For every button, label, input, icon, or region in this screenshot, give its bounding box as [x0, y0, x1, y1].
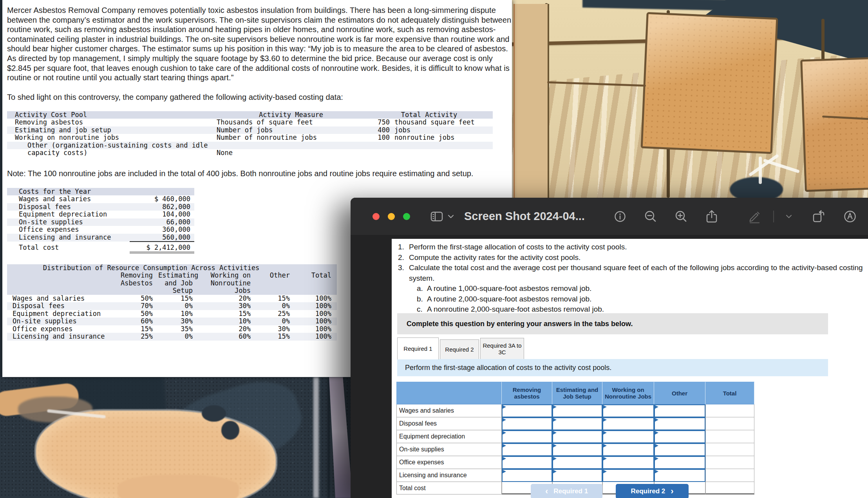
answer-row: On-site supplies [396, 443, 754, 456]
desktop: Mercer Asbestos Removal Company removes … [0, 0, 868, 498]
rotate-icon[interactable] [812, 209, 826, 224]
markup-pencil-icon[interactable] [747, 209, 761, 224]
activity-unit-cell: jobs [390, 126, 493, 134]
answer-input-cell[interactable] [502, 469, 552, 482]
wallpaper-dark-line [327, 377, 330, 498]
distribution-label-cell: Office expenses [7, 325, 108, 333]
chevron-down-icon[interactable] [448, 214, 454, 219]
note-text: Note: The 100 nonroutine jobs are includ… [7, 169, 497, 179]
cell-marker-icon [603, 470, 607, 475]
required-1-prev-button[interactable]: ‹ Required 1 [531, 484, 602, 498]
costs-table-row: Licensing and insurance560,000 [7, 234, 194, 242]
answer-input-cell[interactable] [552, 456, 602, 469]
activity-measure-cell: Thousands of square feet [217, 119, 365, 126]
distribution-value-cell: 0% [256, 318, 295, 325]
answer-input-cell[interactable] [552, 404, 602, 417]
distribution-label-cell: Wages and salaries [7, 295, 108, 303]
sidebar-toggle[interactable] [430, 210, 454, 223]
cell-marker-icon [553, 418, 557, 424]
sub-item: b. A routine 2,000-square-foot asbestos … [398, 294, 864, 305]
activity-qty-cell [365, 149, 390, 157]
answer-input-cell[interactable] [502, 417, 552, 430]
activity-pool-cell: capacity costs) [7, 149, 217, 157]
activity-unit-cell: nonroutine jobs [390, 134, 493, 142]
info-icon[interactable] [613, 210, 627, 223]
answer-input-cell[interactable] [552, 430, 602, 443]
answer-input-cell[interactable] [552, 443, 602, 456]
tab-bar: Required 1Required 2Required 3A to 3C [397, 337, 525, 359]
cost-label-cell: Licensing and insurance [7, 234, 130, 242]
distribution-value-cell: 30% [158, 318, 198, 325]
answer-input-cell[interactable] [502, 456, 552, 469]
sub-item-text: A routine 1,000-square-foot asbestos rem… [427, 283, 591, 294]
titlebar[interactable]: Screen Shot 2024-04... [351, 198, 868, 235]
minimize-button[interactable] [388, 213, 395, 220]
answer-input-cell[interactable] [654, 443, 705, 456]
wallpaper-navy-blob [730, 177, 783, 200]
activity-unit-cell [390, 142, 493, 150]
wallpaper-spray [759, 157, 762, 184]
chevron-right-icon: › [671, 487, 673, 496]
answer-input-cell[interactable] [502, 443, 552, 456]
fullscreen-button[interactable] [403, 213, 410, 220]
tab-nav-buttons: ‹ Required 1 Required 2 › [392, 484, 868, 498]
tab-required-1[interactable]: Required 1 [397, 337, 439, 359]
answer-input-cell[interactable] [502, 404, 552, 417]
sidebar-icon[interactable] [430, 210, 444, 223]
answer-header-empty [396, 382, 502, 404]
cell-marker-icon [553, 431, 557, 437]
chevron-left-icon: ‹ [545, 487, 548, 496]
share-icon[interactable] [705, 209, 718, 224]
distribution-value-cell: 10% [198, 318, 256, 325]
requirement-item: 1. Perform the first-stage allocation of… [398, 242, 864, 253]
distribution-value-cell: 15% [158, 295, 198, 303]
cost-value-cell: 360,000 [130, 226, 194, 234]
chevron-down-icon[interactable] [786, 214, 792, 219]
answer-input-cell[interactable] [602, 469, 654, 482]
answer-col-header: Removing asbestos [502, 382, 552, 404]
distribution-value-cell: 15% [256, 333, 295, 341]
answer-input-cell[interactable] [602, 404, 654, 417]
screenshot-content: 1. Perform the first-stage allocation of… [392, 239, 868, 498]
costs-for-year-table: Costs for the Year Wages and salaries$ 4… [7, 188, 194, 253]
distribution-label-cell: Equipment depreciation [7, 310, 108, 318]
cell-marker-icon [655, 470, 658, 475]
answer-input-cell[interactable] [654, 417, 705, 430]
answer-input-cell[interactable] [654, 456, 705, 469]
answer-input-cell[interactable] [654, 469, 705, 482]
answer-row: Disposal fees [396, 417, 754, 430]
answer-input-cell[interactable] [602, 417, 654, 430]
answer-row: Office expenses [396, 456, 754, 469]
wallpaper-purple-edge [313, 377, 319, 498]
zoom-out-icon[interactable] [644, 210, 657, 223]
distribution-value-cell: 25% [108, 333, 158, 341]
answer-input-cell[interactable] [502, 430, 552, 443]
answer-input-cell[interactable] [552, 417, 602, 430]
answer-input-cell[interactable] [602, 456, 654, 469]
answer-input-cell[interactable] [552, 469, 602, 482]
item-letter: a. [417, 283, 427, 294]
answer-input-cell[interactable] [602, 443, 654, 456]
activity-pool-cell: Removing asbestos [7, 119, 217, 126]
tab-required-2[interactable]: Required 2 [440, 339, 479, 359]
item-number: 2. [398, 253, 409, 263]
toolbar [613, 209, 868, 224]
distribution-value-cell: 60% [198, 333, 256, 341]
cost-value-cell: 104,000 [130, 211, 194, 218]
close-button[interactable] [373, 213, 380, 220]
required-2-next-button[interactable]: Required 2 › [616, 484, 689, 498]
costs-total-row: Total cost$ 2,412,000 [7, 244, 194, 253]
zoom-in-icon[interactable] [675, 210, 688, 223]
tab-required-3[interactable]: Required 3A to 3C [480, 338, 524, 359]
answer-input-cell[interactable] [602, 430, 654, 443]
distribution-col-header: Estimating and Job Setup [158, 272, 198, 295]
cost-value-cell: 66,000 [130, 218, 194, 226]
answer-input-cell[interactable] [654, 430, 705, 443]
first-stage-allocation-table: Removing asbestosEstimating and Job Setu… [396, 382, 754, 494]
annotate-icon[interactable] [843, 209, 857, 224]
answer-input-cell[interactable] [654, 404, 705, 417]
distribution-value-cell: 20% [198, 295, 256, 303]
activity-measure-cell: Number of jobs [217, 126, 365, 134]
cell-marker-icon [655, 444, 658, 449]
cost-value-cell: 560,000 [130, 234, 194, 242]
